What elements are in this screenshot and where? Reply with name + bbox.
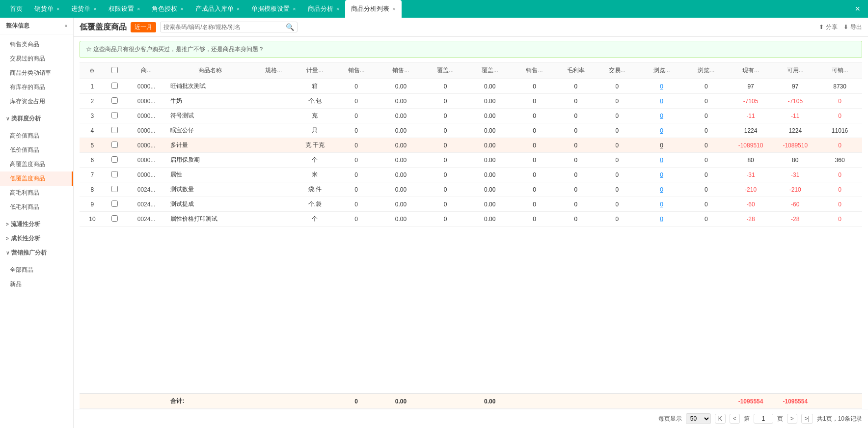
close-tab-goods-analysis[interactable]: × [336, 6, 339, 12]
row-checkbox[interactable] [105, 182, 124, 197]
prev-page-button[interactable]: < [730, 414, 740, 424]
sidebar-top-item[interactable]: 整体信息 « [0, 18, 73, 34]
sidebar-group2-header[interactable]: ∨ 类群度分析 [0, 112, 73, 126]
row-check-input[interactable] [111, 142, 118, 148]
tab-sales[interactable]: 销货单 × [28, 0, 65, 18]
row-num: 4 [80, 123, 105, 138]
row-checkbox[interactable] [105, 109, 124, 123]
row-check-input[interactable] [111, 83, 118, 89]
select-all-checkbox[interactable] [111, 67, 118, 73]
row-browse1[interactable]: 0 [639, 94, 684, 109]
sidebar-item-high-coverage[interactable]: 高覆盖度商品 [0, 157, 73, 171]
last-page-button[interactable]: >| [801, 414, 813, 424]
row-coverage1: 0 [423, 138, 468, 153]
row-checkbox[interactable] [105, 212, 124, 227]
row-browse1[interactable]: 0 [639, 109, 684, 123]
sidebar-item-stock-goods[interactable]: 有库存的商品 [0, 80, 73, 94]
page-number-input[interactable] [754, 414, 773, 424]
sidebar-group5-header[interactable]: ∨ 营销推广分析 [0, 246, 73, 260]
close-tab-sales[interactable]: × [56, 6, 59, 12]
col-settings[interactable]: ⚙ [80, 62, 105, 79]
row-spec [251, 123, 296, 138]
sidebar-item-low-margin[interactable]: 低毛利商品 [0, 200, 73, 214]
col-available-stock-header: 可用... [773, 62, 817, 79]
row-check-input[interactable] [111, 215, 118, 222]
row-checkbox[interactable] [105, 168, 124, 182]
tab-production[interactable]: 产成品入库单 × [190, 0, 245, 18]
row-check-input[interactable] [111, 97, 118, 104]
close-all-button[interactable]: × [851, 4, 864, 14]
row-check-input[interactable] [111, 127, 118, 133]
row-checkbox[interactable] [105, 197, 124, 212]
share-button[interactable]: ⬆ 分享 [819, 23, 838, 31]
row-spec [251, 94, 296, 109]
row-code: 0000... [124, 168, 169, 182]
close-tab-role[interactable]: × [180, 6, 183, 12]
row-sales-count: 0 [512, 94, 557, 109]
row-checkbox[interactable] [105, 153, 124, 168]
close-tab-purchase[interactable]: × [93, 6, 96, 12]
search-input[interactable] [163, 24, 286, 30]
export-button[interactable]: ⬇ 导出 [843, 23, 862, 31]
row-checkbox[interactable] [105, 79, 124, 94]
tab-goods-analysis-list[interactable]: 商品分析列表 × [345, 0, 401, 18]
next-page-button[interactable]: > [787, 414, 797, 424]
sidebar-item-high-margin[interactable]: 高毛利商品 [0, 186, 73, 200]
sidebar-item-traded-goods[interactable]: 交易过的商品 [0, 52, 73, 66]
row-browse1[interactable]: 0 [639, 153, 684, 168]
close-tab-permission[interactable]: × [137, 6, 140, 12]
sidebar-item-category-rate[interactable]: 商品分类动销率 [0, 66, 73, 80]
row-check-input[interactable] [111, 186, 118, 192]
row-checkbox[interactable] [105, 138, 124, 153]
tab-home[interactable]: 首页 [4, 0, 28, 18]
row-sales-qty: 0 [334, 212, 379, 227]
close-tab-template[interactable]: × [293, 6, 296, 12]
sidebar-item-stock-capital[interactable]: 库存资金占用 [0, 94, 73, 109]
col-coverage1-header: 覆盖... [423, 62, 468, 79]
row-check-input[interactable] [111, 156, 118, 163]
row-browse1[interactable]: 0 [639, 79, 684, 94]
sidebar-item-low-coverage[interactable]: 低覆盖度商品 [0, 171, 73, 186]
row-browse1[interactable]: 0 [639, 182, 684, 197]
row-browse1[interactable]: 0 [639, 123, 684, 138]
first-page-button[interactable]: K [715, 414, 726, 424]
sidebar-item-low-value[interactable]: 低价值商品 [0, 143, 73, 157]
sidebar-item-high-value[interactable]: 高价值商品 [0, 129, 73, 143]
col-checkbox[interactable] [105, 62, 124, 79]
row-checkbox[interactable] [105, 94, 124, 109]
row-num: 3 [80, 109, 105, 123]
row-checkbox[interactable] [105, 123, 124, 138]
search-icon[interactable]: 🔍 [286, 23, 294, 31]
row-browse1[interactable]: 0 [639, 197, 684, 212]
row-available-stock: -60 [773, 197, 817, 212]
row-unit: 米 [296, 168, 334, 182]
row-check-input[interactable] [111, 200, 118, 207]
tab-permission[interactable]: 权限设置 × [103, 0, 146, 18]
col-name-header: 商品名称 [168, 62, 251, 79]
row-sales-amt: 0.00 [379, 109, 423, 123]
page-label: 第 [744, 415, 750, 423]
close-tab-goods-analysis-list[interactable]: × [392, 6, 395, 12]
sidebar-group4-header[interactable]: > 成长性分析 [0, 231, 73, 246]
tab-goods-analysis[interactable]: 商品分析 × [302, 0, 345, 18]
sidebar-item-all-goods[interactable]: 全部商品 [0, 263, 73, 277]
row-num: 9 [80, 197, 105, 212]
time-filter-button[interactable]: 近一月 [131, 22, 156, 32]
collapse-icon[interactable]: « [64, 23, 67, 29]
row-check-input[interactable] [111, 112, 118, 118]
row-trade: 0 [595, 182, 640, 197]
row-browse1[interactable]: 0 [639, 212, 684, 227]
row-browse1[interactable]: 0 [639, 138, 684, 153]
tab-template[interactable]: 单据模板设置 × [245, 0, 301, 18]
row-check-input[interactable] [111, 171, 118, 177]
sidebar-item-sales-goods[interactable]: 销售类商品 [0, 37, 73, 52]
tab-purchase[interactable]: 进货单 × [65, 0, 102, 18]
col-spec-header: 规格... [251, 62, 296, 79]
per-page-select[interactable]: 50 10 20 100 [686, 413, 711, 424]
close-tab-production[interactable]: × [237, 6, 240, 12]
sidebar-group3-header[interactable]: > 流通性分析 [0, 217, 73, 231]
row-browse1[interactable]: 0 [639, 168, 684, 182]
tab-role[interactable]: 角色授权 × [146, 0, 189, 18]
table-row: 5 0000... 多计量 克,千克 0 0.00 0 0.00 0 0 0 0… [80, 138, 862, 153]
sidebar-item-new-goods[interactable]: 新品 [0, 277, 73, 291]
